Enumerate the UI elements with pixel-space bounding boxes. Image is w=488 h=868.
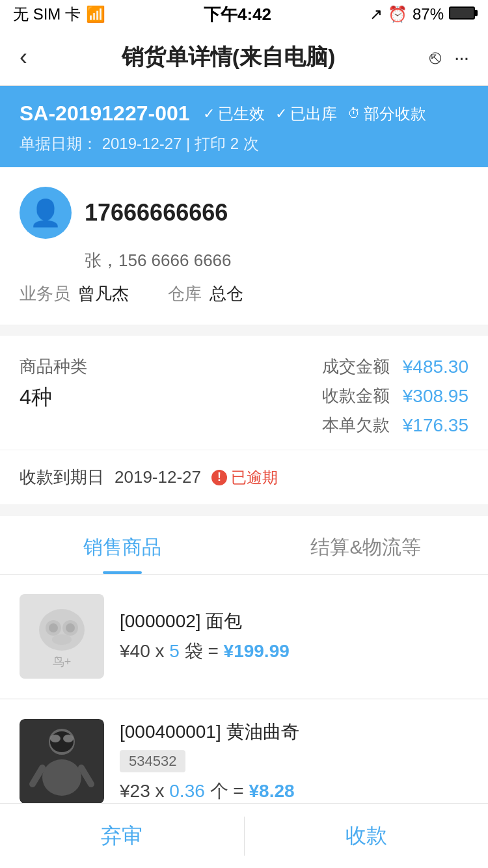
product-equals-1: = [208, 641, 223, 661]
status-badge-partial: ⏱ 部分收款 [347, 103, 426, 124]
category-count: 4种 [20, 383, 87, 412]
customer-row: 👤 17666666666 [20, 187, 468, 239]
avatar: 👤 [20, 187, 72, 239]
debt-amount-value: ¥176.35 [403, 415, 468, 436]
deal-amount-label: 成交金额 [322, 355, 390, 378]
product-thumb-svg-1: 鸟+ [20, 594, 104, 679]
warehouse-label: 仓库 [168, 282, 202, 305]
product-price-row-1: ¥40 x 5 袋 = ¥199.99 [120, 639, 468, 664]
carrier-text: 无 SIM 卡 [13, 4, 81, 25]
status-left: 无 SIM 卡 📶 [13, 4, 105, 25]
product-thumb-2 [20, 719, 104, 804]
svg-point-5 [66, 623, 75, 632]
order-date-label: 单据日期： [20, 135, 98, 152]
status-effective-label: 已生效 [218, 103, 265, 124]
product-quantity-1: 5 [169, 641, 180, 661]
abandon-label: 弃审 [101, 822, 142, 850]
summary-row: 商品种类 4种 成交金额 ¥485.30 收款金额 ¥308.95 本单欠款 ¥… [20, 355, 468, 437]
status-time: 下午4:42 [204, 3, 271, 26]
status-bar: 无 SIM 卡 📶 下午4:42 ↗ ⏰ 87% [0, 0, 488, 29]
salesman-value: 曾凡杰 [78, 282, 129, 305]
summary-section: 商品种类 4种 成交金额 ¥485.30 收款金额 ¥308.95 本单欠款 ¥… [0, 336, 488, 450]
alarm-icon: ⏰ [388, 5, 407, 23]
warehouse-item: 仓库 总仓 [168, 282, 243, 305]
tab-sales-products[interactable]: 销售商品 [0, 516, 244, 574]
avatar-icon: 👤 [29, 198, 62, 228]
page-title: 销货单详情(来自电脑) [122, 42, 336, 72]
product-id-2: [000400001] [120, 722, 221, 742]
product-unit-2: 个 [210, 781, 228, 801]
customer-phone: 17666666666 [85, 199, 228, 226]
clock-icon: ⏱ [347, 106, 360, 121]
customer-section: 👤 17666666666 张，156 6666 6666 业务员 曾凡杰 仓库… [0, 167, 488, 325]
product-tag-2: 534532 [120, 750, 185, 772]
product-list: 鸟+ [0000002] 面包 ¥40 x 5 袋 = ¥199.99 [0, 575, 488, 823]
product-title-1: 面包 [206, 611, 242, 631]
product-unit-1: 袋 [185, 641, 203, 661]
summary-left: 商品种类 4种 [20, 355, 87, 412]
list-item: 鸟+ [0000002] 面包 ¥40 x 5 袋 = ¥199.99 [0, 575, 488, 698]
due-section: 收款到期日 2019-12-27 ! 已逾期 [0, 450, 488, 504]
product-price-row-2: ¥23 x 0.36 个 = ¥8.28 [120, 779, 468, 804]
product-info-2: [000400001] 黄油曲奇 534532 ¥23 x 0.36 个 = ¥… [120, 720, 468, 804]
overdue-badge: ! 已逾期 [211, 467, 278, 488]
abandon-button[interactable]: 弃审 [0, 804, 244, 868]
overdue-text: 已逾期 [231, 467, 278, 488]
product-thumb-1: 鸟+ [20, 594, 104, 679]
category-label: 商品种类 [20, 355, 87, 378]
tab-settlement[interactable]: 结算&物流等 [244, 516, 488, 574]
location-icon: ↗ [370, 5, 383, 23]
tab-sales-products-label: 销售商品 [83, 536, 161, 558]
status-shipped-label: 已出库 [290, 103, 337, 124]
nav-bar: ‹ 销货单详情(来自电脑) ⎋ ··· [0, 29, 488, 86]
svg-text:鸟+: 鸟+ [53, 655, 72, 668]
due-date-label: 收款到期日 [20, 466, 104, 489]
product-total-2: ¥8.28 [249, 781, 294, 801]
collect-amount-value: ¥308.95 [403, 386, 468, 407]
order-header-top: SA-20191227-001 ✓ 已生效 ✓ 已出库 ⏱ 部分收款 [20, 102, 468, 126]
back-button[interactable]: ‹ [20, 44, 27, 71]
product-name-2: [000400001] 黄油曲奇 [120, 720, 468, 744]
product-name-1: [0000002] 面包 [120, 609, 468, 634]
tabs: 销售商品 结算&物流等 [0, 516, 488, 575]
product-info-1: [0000002] 面包 ¥40 x 5 袋 = ¥199.99 [120, 609, 468, 664]
product-title-2: 黄油曲奇 [226, 722, 299, 742]
check-icon-1: ✓ [203, 105, 215, 122]
collect-amount-label: 收款金额 [322, 385, 390, 407]
status-partial-label: 部分收款 [364, 103, 426, 124]
collect-label: 收款 [346, 822, 387, 850]
product-price-1: ¥40 [120, 641, 150, 661]
order-date: 单据日期： 2019-12-27 | 打印 2 次 [20, 133, 468, 154]
product-price-2: ¥23 [120, 781, 150, 801]
summary-right: 成交金额 ¥485.30 收款金额 ¥308.95 本单欠款 ¥176.35 [322, 355, 468, 437]
battery-text: 87% [413, 5, 444, 23]
status-badge-effective: ✓ 已生效 [203, 103, 265, 124]
svg-point-10 [42, 759, 81, 796]
deal-amount-item: 成交金额 ¥485.30 [322, 355, 468, 378]
collect-amount-item: 收款金额 ¥308.95 [322, 385, 468, 407]
bottom-bar: 弃审 收款 [0, 803, 488, 868]
debt-amount-item: 本单欠款 ¥176.35 [322, 414, 468, 437]
debt-amount-label: 本单欠款 [322, 414, 390, 437]
thick-divider-1 [0, 325, 488, 336]
svg-point-13 [63, 735, 74, 742]
wifi-icon: 📶 [86, 5, 105, 23]
check-icon-2: ✓ [275, 105, 287, 122]
customer-meta: 业务员 曾凡杰 仓库 总仓 [20, 282, 468, 312]
order-print-info: | 打印 2 次 [186, 135, 259, 152]
share-button[interactable]: ⎋ [429, 46, 441, 68]
status-badge-shipped: ✓ 已出库 [275, 103, 337, 124]
warehouse-value: 总仓 [210, 282, 243, 305]
product-equals-2: = [233, 781, 249, 801]
battery-icon [449, 5, 475, 23]
salesman-item: 业务员 曾凡杰 [20, 282, 129, 305]
customer-sub-info: 张，156 6666 6666 [20, 249, 468, 272]
overdue-icon: ! [211, 470, 227, 485]
more-button[interactable]: ··· [454, 46, 468, 68]
svg-point-12 [50, 735, 61, 742]
status-badges: ✓ 已生效 ✓ 已出库 ⏱ 部分收款 [203, 103, 426, 124]
product-thumb-svg-2 [20, 719, 104, 804]
product-id-1: [0000002] [120, 611, 201, 631]
salesman-label: 业务员 [20, 282, 70, 305]
collect-button[interactable]: 收款 [245, 804, 489, 868]
